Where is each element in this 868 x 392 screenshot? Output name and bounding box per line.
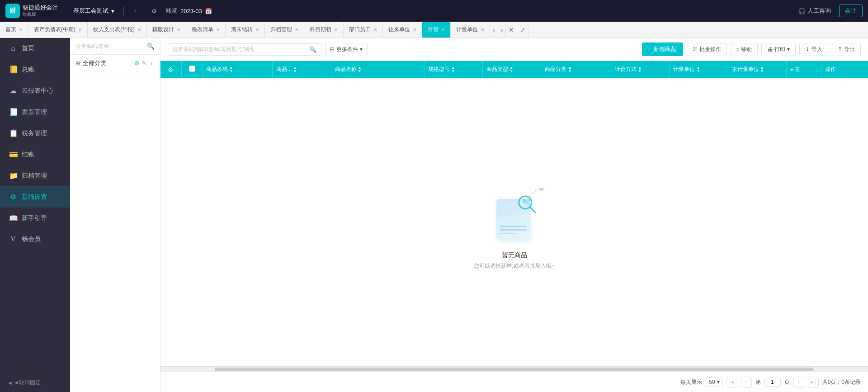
th-type[interactable]: 商品类型 ▲▼ (483, 61, 541, 78)
tab-close-inventory[interactable]: ✕ (441, 27, 445, 32)
tab-close-unit[interactable]: ✕ (481, 27, 484, 32)
category-panel: 🔍 ⊞ 全部分类 ⊕ ✎ ‹ (70, 38, 160, 392)
th-col3[interactable]: ≡ 主 (786, 61, 821, 78)
sidebar-item-settings[interactable]: ⚙ 基础设置 (0, 186, 70, 208)
sort-type[interactable]: ▲▼ (509, 66, 513, 73)
table-gear-icon[interactable]: ⚙ (168, 66, 174, 73)
sort-name[interactable]: ▲▼ (358, 66, 362, 73)
sort-spec[interactable]: ▲▼ (451, 66, 455, 73)
page-last-btn[interactable]: ►| (808, 377, 819, 387)
filter-btn[interactable]: ⊟ 更多条件 ▾ (325, 43, 368, 56)
th-spec[interactable]: 规格型号 ▲▼ (425, 61, 483, 78)
tab-tax[interactable]: 税表清单 ✕ (186, 22, 226, 38)
tab-close-dept[interactable]: ✕ (373, 27, 377, 32)
export-btn[interactable]: ⤒ 导出 (832, 43, 861, 56)
page-first-btn[interactable]: |◄ (726, 377, 737, 387)
sidebar-label-ledger: 总账 (22, 66, 34, 74)
main-search-input[interactable] (173, 46, 307, 52)
tab-partner[interactable]: 往来单位 ✕ (383, 22, 422, 38)
print-btn[interactable]: 🖨 打印 ▾ (761, 43, 796, 56)
app-sub: 旗舰版 (23, 11, 58, 18)
header-checkbox[interactable] (189, 66, 195, 72)
calendar-icon[interactable]: 📅 (205, 8, 212, 14)
sidebar-unpin-btn[interactable]: ◄ ◄取消固定 (0, 373, 70, 392)
page-number-input[interactable] (764, 378, 781, 387)
tab-subject[interactable]: 科目期初 ✕ (304, 22, 344, 38)
th-class[interactable]: 商品分类 ▲▼ (541, 61, 611, 78)
th-barcode[interactable]: 商品条码 ▲▼ (203, 61, 273, 78)
sidebar-item-cloud[interactable]: ☁ 云报表中心 (0, 80, 70, 101)
tab-income[interactable]: 收入支出表(年报) ✕ (88, 22, 147, 38)
sidebar-item-member[interactable]: V 畅会员 (0, 229, 70, 250)
sidebar-item-tax[interactable]: 📋 税务管理 (0, 123, 70, 144)
per-page-select[interactable]: 50 ▾ (706, 377, 722, 387)
tab-close-period[interactable]: ✕ (255, 27, 259, 32)
tab-close-partner[interactable]: ✕ (413, 27, 416, 32)
batch-btn[interactable]: ☑ 批量操作 (687, 43, 727, 56)
tab-nav-left[interactable]: ‹ (490, 22, 498, 38)
page-prev-btn[interactable]: ‹ (741, 377, 752, 387)
tab-unit[interactable]: 计量单位 ✕ (451, 22, 490, 38)
sidebar-item-home[interactable]: ⌂ 首页 (0, 38, 70, 59)
sidebar-item-invoice[interactable]: 🧾 发票管理 (0, 101, 70, 123)
sort-barcode[interactable]: ▲▼ (229, 66, 233, 73)
add-product-btn[interactable]: + 新增商品 (642, 43, 683, 56)
sidebar-item-ledger[interactable]: 📒 总账 (0, 59, 70, 80)
move-btn[interactable]: ↕ 移动 (731, 43, 758, 56)
category-search-input[interactable] (75, 43, 144, 49)
tab-close-subject[interactable]: ✕ (334, 27, 338, 32)
sidebar-item-guide[interactable]: 📖 新手引导 (0, 208, 70, 229)
guide-icon: 📖 (9, 214, 17, 222)
th-main-unit[interactable]: 主计量单位 ▲▼ (728, 61, 786, 78)
tab-period-close[interactable]: 期末结转 ✕ (226, 22, 265, 38)
th-settings[interactable]: ⚙ (160, 61, 181, 78)
sort-code[interactable]: ▲▼ (293, 66, 297, 73)
sort-price[interactable]: ▲▼ (638, 66, 642, 73)
toolbar-right: + 新增商品 ☑ 批量操作 ↕ 移动 🖨 打印 ▾ (642, 43, 861, 56)
tab-balance-sheet[interactable]: 资产负债表(中期) ✕ (28, 22, 88, 38)
tab-template[interactable]: 模版设计 ✕ (147, 22, 186, 38)
sidebar-label-guide: 新手引导 (22, 214, 47, 222)
th-name[interactable]: 商品名称 ▲▼ (331, 61, 425, 78)
account-btn[interactable]: 会计 (839, 5, 863, 17)
pagination-bar: 每页显示 50 ▾ |◄ ‹ 第 页 › ►| 共0页，0条记录 (160, 372, 868, 392)
company-selector[interactable]: 基层工会测试 ▾ (70, 5, 118, 17)
tab-close-tax[interactable]: ✕ (216, 27, 220, 32)
tab-dept[interactable]: 部门员工 ✕ (344, 22, 383, 38)
category-edit-icon[interactable]: ✎ (142, 59, 147, 67)
th-unit[interactable]: 计量单位 ▲▼ (670, 61, 728, 78)
scrollbar-area[interactable] (160, 366, 868, 372)
add-tab-btn[interactable]: ＋ (129, 5, 142, 17)
tab-inventory[interactable]: 存货 ✕ (422, 22, 451, 38)
tab-expand[interactable]: ⤢ (517, 22, 528, 38)
category-search-icon[interactable]: 🔍 (147, 43, 155, 50)
scrollbar-thumb[interactable] (215, 368, 814, 371)
tab-home[interactable]: 首页 ✕ (0, 22, 28, 38)
tab-close-template[interactable]: ✕ (177, 27, 180, 32)
company-name: 基层工会测试 (73, 7, 108, 15)
tab-nav-right[interactable]: › (498, 22, 506, 38)
tab-close-all[interactable]: ✕ (506, 22, 517, 38)
sidebar-item-archive[interactable]: 📁 归档管理 (0, 165, 70, 186)
category-add-icon[interactable]: ⊕ (134, 59, 140, 67)
th-check[interactable] (181, 61, 202, 78)
import-btn[interactable]: ⤓ 导入 (799, 43, 828, 56)
tab-close-archive[interactable]: ✕ (295, 27, 298, 32)
main-search-icon[interactable]: 🔍 (309, 46, 316, 53)
th-price[interactable]: 计价方式 ▲▼ (611, 61, 670, 78)
category-collapse-btn[interactable]: ‹ (149, 59, 155, 67)
th-code[interactable]: 商品... ▲▼ (273, 61, 331, 78)
tab-archive[interactable]: 归档管理 ✕ (265, 22, 304, 38)
sort-unit[interactable]: ▲▼ (696, 66, 700, 73)
page-next-btn[interactable]: › (793, 377, 804, 387)
app-name: 畅捷通好会计 (23, 4, 58, 11)
tab-close-home[interactable]: ✕ (19, 27, 23, 32)
tab-close-income[interactable]: ✕ (137, 27, 141, 32)
sort-class[interactable]: ▲▼ (568, 66, 571, 73)
tab-close-balance[interactable]: ✕ (78, 27, 82, 32)
sidebar-label-home: 首页 (22, 44, 34, 52)
help-btn[interactable]: 🎧 人工咨询 (794, 5, 835, 17)
sidebar-item-close[interactable]: 💳 结账 (0, 144, 70, 165)
sort-main[interactable]: ▲▼ (760, 66, 764, 73)
settings-btn[interactable]: ⚙ (148, 6, 160, 16)
